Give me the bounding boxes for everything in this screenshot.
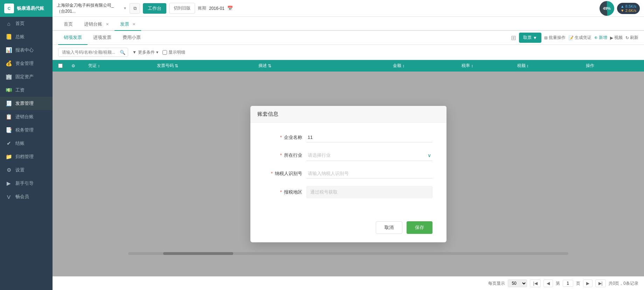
sidebar-item-label: 报表中心 [15, 47, 34, 53]
sidebar-item-label: 税务管理 [15, 127, 34, 133]
page-number-input[interactable] [563, 280, 573, 287]
refresh-icon: ↻ [625, 35, 629, 40]
tax-region-label: * 报税地区 [264, 189, 306, 195]
settings-col-icon[interactable]: ⚙ [71, 63, 75, 68]
amount-sort-icon[interactable]: ↕ [402, 63, 404, 68]
speed-down: ▼ 2.6K/s [621, 8, 636, 13]
industry-select[interactable]: 请选择行业 ∨ [306, 150, 432, 161]
sidebar-item-assets[interactable]: 🏢 固定资产 [0, 70, 53, 83]
speed-up: ▲ 8.5K/s [621, 4, 636, 8]
tax-rate-sort-icon[interactable]: ↕ [471, 63, 473, 68]
sidebar-item-label: 资金管理 [15, 60, 34, 67]
old-version-button[interactable]: 切到旧版 [169, 3, 195, 14]
sidebar-item-label: 发票管理 [15, 100, 34, 107]
th-invoice-number: 发票号码 ⇅ [157, 63, 256, 69]
new-button[interactable]: ⊕ 新增 [594, 35, 607, 41]
sidebar-item-archive[interactable]: 📁 归档管理 [0, 150, 53, 163]
search-wrap: 🔍 [58, 48, 128, 57]
sidebar-item-label: 归档管理 [15, 154, 34, 160]
filter-icon: ▼ [132, 50, 137, 55]
cancel-button[interactable]: 取消 [376, 221, 402, 234]
modal-header: 账套信息 [250, 106, 446, 123]
per-page-label: 每页显示 [488, 281, 505, 286]
invoice-number-sort-icon[interactable]: ⇅ [175, 63, 178, 68]
sidebar-item-vip[interactable]: V 畅会员 [0, 190, 53, 203]
workspace-button[interactable]: 工作台 [143, 3, 166, 14]
reports-icon: 📊 [6, 47, 12, 53]
search-icon: 🔍 [120, 50, 125, 55]
form-row-tax-region: * 报税地区 通过税号获取 [264, 186, 432, 198]
network-speed: ▲ 8.5K/s ▼ 2.6K/s [617, 3, 640, 14]
tab-purchase-sales[interactable]: 进销台账 ✕ [78, 18, 115, 31]
sidebar-item-label: 结账 [15, 140, 25, 147]
table-footer: 每页显示 50 100 200 |◀ ◀ 第 页 ▶ ▶| 共0页，0条记录 [53, 276, 644, 290]
assets-icon: 🏢 [6, 74, 12, 80]
purchase-icon: 📋 [6, 114, 12, 120]
select-all-checkbox[interactable] [58, 63, 63, 68]
filter-bar: 🔍 ▼ 更多条件 ▾ 显示明细 [53, 45, 644, 60]
inner-tabs-bar: 销项发票 进项发票 费用小票 ⊞ 取票 ▼ ⊞ 批量操作 📝 生成凭证 ⊕ [53, 31, 644, 45]
sidebar-logo: C 畅康通易代账 [0, 0, 53, 17]
period-label: 账期 [198, 5, 206, 11]
copy-icon: ⧉ [133, 6, 137, 11]
tax-amount-sort-icon[interactable]: ↕ [527, 63, 529, 68]
summary-sort-icon[interactable]: ⇅ [268, 63, 271, 68]
sidebar-item-reports[interactable]: 📊 报表中心 [0, 43, 53, 57]
main-content: 上海卯金刀电子科技有限公司_（台201... ▼ ⧉ 工作台 切到旧版 账期 2… [53, 0, 644, 290]
video-button[interactable]: ▶ 视频 [610, 35, 623, 41]
modal-footer: 取消 保存 [250, 216, 446, 242]
ticket-button[interactable]: 取票 ▼ [519, 33, 541, 43]
modal-title: 账套信息 [257, 111, 278, 117]
per-page-select[interactable]: 50 100 200 [508, 279, 527, 287]
tab-invoice[interactable]: 发票 ✕ [115, 18, 141, 31]
sidebar-item-general-ledger[interactable]: 📒 总账 [0, 30, 53, 43]
copy-icon-btn[interactable]: ⧉ [130, 3, 140, 14]
gen-voucher-button[interactable]: 📝 生成凭证 [568, 35, 591, 41]
th-operations: 操作 [586, 63, 638, 69]
batch-ops-button[interactable]: ⊞ 批量操作 [544, 35, 566, 41]
inner-tab-expense-receipt[interactable]: 费用小票 [117, 31, 146, 45]
tab-home[interactable]: 首页 [58, 18, 78, 31]
inner-tab-purchase-invoice[interactable]: 进项发票 [88, 31, 117, 45]
sidebar-item-purchase-sales[interactable]: 📋 进销台账 [0, 110, 53, 123]
modal-body: * 企业名称 * 所在行业 请选择行业 ∨ [250, 123, 446, 216]
company-name-label: * 企业名称 [264, 134, 306, 141]
search-input[interactable] [58, 48, 128, 57]
more-conditions-btn[interactable]: ▼ 更多条件 ▾ [132, 49, 158, 55]
form-row-industry: * 所在行业 请选择行业 ∨ [264, 150, 432, 161]
tab-invoice-close[interactable]: ✕ [132, 22, 136, 26]
show-detail-checkbox[interactable] [162, 50, 167, 55]
prev-page-btn[interactable]: ◀ [543, 279, 553, 287]
sidebar-item-home[interactable]: ⌂ 首页 [0, 17, 53, 30]
sidebar-item-funds[interactable]: 💰 资金管理 [0, 57, 53, 70]
save-button[interactable]: 保存 [407, 221, 432, 234]
sidebar-item-tax-mgmt[interactable]: 📑 税务管理 [0, 123, 53, 137]
batch-icon: ⊞ [544, 35, 548, 40]
invoice-icon: 🧾 [6, 100, 12, 107]
sidebar-item-payroll[interactable]: 💵 工资 [0, 83, 53, 97]
logo-icon: C [4, 4, 14, 13]
next-page-btn[interactable]: ▶ [583, 279, 593, 287]
company-selector[interactable]: 上海卯金刀电子科技有限公司_（台201... ▼ [57, 2, 127, 14]
plus-icon: ⊕ [594, 35, 598, 40]
grid-view-icon[interactable]: ⊞ [511, 34, 516, 42]
first-page-btn[interactable]: |◀ [530, 279, 540, 287]
total-info: 共0页，0条记录 [609, 281, 638, 286]
sidebar-item-guide[interactable]: ▶ 新手引导 [0, 177, 53, 190]
sidebar-item-invoice-mgmt[interactable]: 🧾 发票管理 [0, 97, 53, 110]
company-name-input[interactable] [306, 133, 432, 142]
tab-purchase-sales-close[interactable]: ✕ [106, 22, 109, 26]
refresh-button[interactable]: ↻ 刷新 [625, 35, 638, 41]
sidebar-item-closing[interactable]: ✔ 结账 [0, 137, 53, 150]
archive-icon: 📁 [6, 154, 12, 160]
company-arrow-icon: ▼ [123, 6, 127, 10]
payroll-icon: 💵 [6, 87, 12, 93]
sidebar: C 畅康通易代账 ⌂ 首页 📒 总账 📊 报表中心 💰 资金管理 🏢 固定资产 … [0, 0, 53, 290]
app-name: 畅康通易代账 [17, 5, 44, 12]
inner-tab-sales-invoice[interactable]: 销项发票 [58, 31, 88, 45]
tax-id-input[interactable] [306, 169, 432, 178]
voucher-sort-icon[interactable]: ↕ [98, 63, 100, 68]
last-page-btn[interactable]: ▶| [595, 279, 606, 287]
sidebar-item-settings[interactable]: ⚙ 设置 [0, 163, 53, 177]
calendar-icon[interactable]: 📅 [227, 6, 233, 11]
